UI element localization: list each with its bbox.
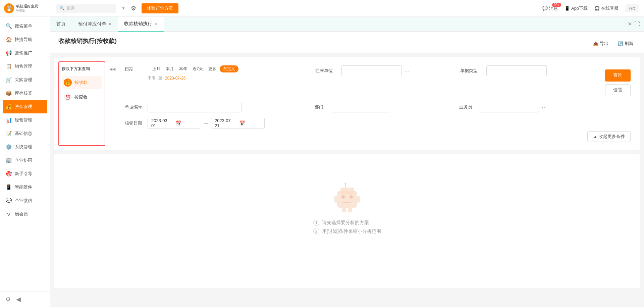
inventory-icon: 📦 — [5, 90, 12, 97]
empty-tip-1: 1 请先选择要分析的方案 — [313, 220, 381, 226]
collapse-up-icon: ▲ — [593, 134, 597, 139]
this-year-btn[interactable]: 本年 — [177, 65, 189, 72]
tab-collection-close-icon[interactable]: ✕ — [154, 21, 158, 26]
settings-gear-icon[interactable]: ⚙ — [131, 5, 136, 12]
online-service-button[interactable]: 🎧 在线客服 — [594, 5, 619, 11]
filter-collapse-icon[interactable]: ◀◀ — [108, 65, 117, 73]
salesperson-label: 业务员 — [459, 104, 476, 110]
more-btn[interactable]: 更多 — [206, 65, 218, 72]
date-label: 日期 — [125, 66, 145, 72]
sidebar-item-sales[interactable]: 📋 销售管理 — [0, 60, 50, 73]
sales-icon: 📋 — [5, 63, 12, 70]
tab-close-all-icon[interactable]: ✕ — [628, 21, 632, 27]
user-profile[interactable]: Rit — [625, 4, 639, 12]
dropdown-arrow-icon[interactable]: ▼ — [121, 6, 125, 11]
sidebar-item-search[interactable]: 🔍 搜索菜单 — [0, 19, 50, 33]
this-month-btn[interactable]: 本月 — [164, 65, 176, 72]
svg-point-2 — [341, 195, 345, 199]
tab-prepay-close-icon[interactable]: ✕ — [108, 22, 112, 27]
sidebar-item-finance[interactable]: 💰 资金管理 — [3, 100, 47, 113]
sidebar-item-label: 资金管理 — [15, 104, 32, 110]
export-button[interactable]: 📤 导出 — [590, 39, 611, 48]
empty-illustration — [330, 181, 364, 214]
verify-date-end-picker[interactable]: 2023-07-21 📅 — [211, 118, 265, 129]
basic-icon: 📝 — [5, 130, 12, 137]
filter-form: 日期 上月 本月 本年 近7天 更多 自定义 不限 — [119, 61, 636, 146]
sidebar-item-label: 搜索菜单 — [15, 23, 32, 29]
tip-num-1: 1 — [313, 220, 319, 226]
sidebar-item-enterprise[interactable]: 🏢 企业协同 — [0, 154, 50, 167]
tabbar-right: ✕ ⛶ — [628, 21, 644, 27]
sidebar-item-basic[interactable]: 📝 基础信息 — [0, 127, 50, 140]
settings-button[interactable]: 设置 — [605, 84, 631, 96]
sidebar-item-member[interactable]: V 畅会员 — [0, 207, 50, 221]
last-month-btn[interactable]: 上月 — [150, 65, 162, 72]
purchase-icon: 🛒 — [5, 76, 12, 83]
custom-date-btn[interactable]: 自定义 — [220, 65, 238, 72]
phone-icon: 📱 — [565, 6, 570, 11]
dept-label: 部门 — [315, 104, 328, 110]
sidebar-item-shortcut[interactable]: 🏠 快捷导航 — [0, 33, 50, 46]
query-actions: 查询 设置 — [605, 65, 631, 96]
counterparty-input[interactable] — [341, 65, 402, 76]
dept-select[interactable] — [331, 102, 391, 112]
tab-bar: 首页 预付冲应付单 ✕ 收款核销执行 ✕ ✕ ⛶ — [50, 17, 644, 32]
topbar-right: 💬 消息 99+ 📱 App下载 🎧 在线客服 Rit — [542, 4, 639, 12]
empty-tip-2: 2 用[过滤]条件来缩小分析范围 — [313, 228, 381, 235]
collapse-sidebar-icon[interactable]: ◀ — [16, 296, 21, 303]
query-button[interactable]: 查询 — [605, 69, 631, 82]
settings-icon[interactable]: ⚙ — [5, 296, 11, 303]
svg-rect-7 — [342, 208, 346, 212]
sidebar: 🐰 畅捷通好生意 标准版 🔍 搜索菜单 🏠 快捷导航 📢 营销推广 📋 销售管理… — [0, 0, 50, 307]
filter-sidebar: 按以下方案查询 💰 按收款 ⏰ 按应收 — [58, 61, 105, 146]
doc-no-input[interactable] — [148, 102, 241, 112]
no-limit-label: 不限 — [148, 75, 156, 81]
svg-rect-6 — [357, 196, 360, 203]
svg-rect-4 — [343, 202, 351, 203]
tab-home[interactable]: 首页 — [50, 17, 72, 32]
industry-solution-button[interactable]: 体验行业方案 — [142, 3, 178, 13]
sidebar-item-label: 营销推广 — [15, 50, 32, 56]
last7days-btn[interactable]: 近7天 — [191, 65, 205, 72]
svg-point-10 — [344, 183, 346, 185]
app-name: 畅捷通好生意 — [16, 4, 38, 8]
app-download-button[interactable]: 📱 App下载 — [565, 5, 588, 11]
salesperson-input[interactable] — [479, 102, 539, 112]
tab-collection[interactable]: 收款核销执行 ✕ — [118, 17, 164, 32]
operations-icon: 📊 — [5, 117, 12, 123]
message-button[interactable]: 💬 消息 99+ — [542, 5, 558, 11]
tip-num-2: 2 — [313, 228, 319, 235]
doc-type-select[interactable] — [486, 65, 547, 76]
salesperson-more-icon[interactable]: ··· — [542, 104, 547, 111]
content-body: 1 请先选择要分析的方案 2 用[过滤]条件来缩小分析范围 — [54, 154, 640, 288]
calendar-start-icon: 📅 — [176, 120, 198, 126]
enterprise-icon: 🏢 — [5, 157, 12, 164]
topbar-search[interactable]: 🔍 搜索 — [56, 4, 116, 13]
filter-option-by-receipt[interactable]: 💰 按收款 — [62, 76, 102, 89]
search-icon: 🔍 — [5, 23, 12, 30]
doc-type-label: 单据类型 — [460, 68, 484, 74]
sidebar-item-label: 销售管理 — [15, 63, 32, 69]
refresh-button[interactable]: 🔄 刷新 — [615, 39, 636, 48]
sidebar-item-wechat[interactable]: 💬 企业微信 — [0, 194, 50, 207]
filter-option-by-receivable[interactable]: ⏰ 按应收 — [62, 91, 102, 104]
calendar-end-icon: 📅 — [239, 120, 261, 126]
sidebar-item-marketing[interactable]: 📢 营销推广 — [0, 46, 50, 60]
sidebar-item-label: 畅会员 — [15, 211, 28, 217]
marketing-icon: 📢 — [5, 50, 12, 56]
counterparty-more-icon[interactable]: ··· — [405, 67, 410, 74]
empty-state: 1 请先选择要分析的方案 2 用[过滤]条件来缩小分析范围 — [313, 154, 381, 261]
tab-fullscreen-icon[interactable]: ⛶ — [635, 21, 640, 27]
sidebar-item-operations[interactable]: 📊 经营管理 — [0, 113, 50, 127]
sidebar-item-label: 企业微信 — [15, 198, 32, 204]
verify-date-start-picker[interactable]: 2023-03-01 📅 — [148, 118, 201, 129]
sidebar-item-hardware[interactable]: 📱 智能硬件 — [0, 181, 50, 194]
search-placeholder: 搜索 — [67, 5, 75, 11]
sidebar-item-system[interactable]: ⚙️ 系统管理 — [0, 140, 50, 154]
sidebar-item-newguide[interactable]: 🎯 新手引导 — [0, 167, 50, 181]
collapse-conditions-button[interactable]: ▲ 收起更多条件 — [587, 131, 631, 142]
sidebar-item-purchase[interactable]: 🛒 采购管理 — [0, 73, 50, 87]
sidebar-item-inventory[interactable]: 📦 库存核算 — [0, 87, 50, 100]
tab-prepay[interactable]: 预付冲应付单 ✕ — [72, 17, 118, 32]
empty-tips: 1 请先选择要分析的方案 2 用[过滤]条件来缩小分析范围 — [313, 220, 381, 235]
